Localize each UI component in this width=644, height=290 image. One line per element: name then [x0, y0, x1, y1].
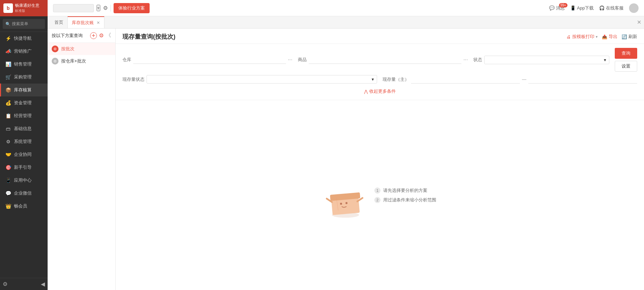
- left-panel: 按以下方案查询 + ⚙ 《 ⚙ 按批次 ⚙ 按仓库+批次: [48, 29, 116, 290]
- goods-filter-group: 商品 ···: [298, 56, 468, 64]
- warehouse-more-icon[interactable]: ···: [288, 57, 292, 63]
- hint-num-1: 1: [374, 187, 380, 194]
- scheme-item-batch[interactable]: ⚙ 按批次: [48, 43, 115, 55]
- basic-icon: 🗃: [5, 126, 11, 132]
- empty-hint-2: 2 用过滤条件来缩小分析范围: [374, 197, 436, 203]
- members-icon: 👑: [5, 203, 11, 209]
- members-label: 畅会员: [14, 203, 27, 209]
- apps-label: 应用中心: [14, 177, 32, 183]
- sidebar-item-inventory[interactable]: 📦 库存核算: [0, 84, 48, 96]
- tab-home[interactable]: 首页: [50, 16, 68, 28]
- scheme-batch-label: 按批次: [61, 46, 74, 52]
- wechat-icon: 💬: [5, 190, 11, 196]
- main-area: ▾ ⚙ 体验行业方案 💬 消息 99+ 📱 App下载 🎧 在线客服: [48, 0, 644, 290]
- app-name: 畅康通好生意: [15, 3, 39, 8]
- export-button[interactable]: 📤 导出: [602, 34, 617, 40]
- search-menu-button[interactable]: 🔍 搜索菜单: [3, 19, 45, 29]
- sidebar-item-basic[interactable]: 🗃 基础信息: [0, 122, 48, 135]
- sidebar-item-wechat[interactable]: 💬 企业微信: [0, 187, 48, 200]
- topbar-settings-button[interactable]: ⚙: [103, 5, 108, 11]
- sidebar-collapse-button[interactable]: ◀: [41, 281, 45, 287]
- print-button[interactable]: 🖨 按模板打印 ▾: [566, 34, 598, 40]
- collapse-row: ⋀ 收起更多条件: [122, 87, 637, 96]
- apps-icon: 📱: [5, 177, 11, 183]
- topbar-divider: [111, 5, 111, 12]
- close-all-tabs-button[interactable]: ✕: [637, 19, 641, 25]
- sidebar-item-enterprise[interactable]: 🤝 企业协同: [0, 148, 48, 161]
- sidebar-item-apps[interactable]: 📱 应用中心: [0, 174, 48, 187]
- page-title: 现存量查询(按批次): [122, 33, 175, 41]
- scheme-settings-button[interactable]: ⚙: [99, 32, 104, 39]
- topbar-left: ▾ ⚙ 体验行业方案: [53, 3, 546, 13]
- app-download-label: App下载: [577, 5, 594, 11]
- refresh-button[interactable]: 🔄 刷新: [622, 34, 637, 40]
- goods-more-icon[interactable]: ···: [463, 57, 468, 63]
- query-button[interactable]: 查询: [615, 48, 637, 59]
- app-logo: b: [3, 3, 13, 13]
- inventory-amount-to[interactable]: [528, 75, 637, 84]
- topbar-right: 💬 消息 99+ 📱 App下载 🎧 在线客服: [549, 3, 639, 13]
- trial-button[interactable]: 体验行业方案: [114, 3, 150, 13]
- sidebar-item-purchase[interactable]: 🛒 采购管理: [0, 71, 48, 84]
- page-actions: 🖨 按模板打印 ▾ 📤 导出 🔄 刷新: [566, 34, 637, 40]
- guide-label: 新手引导: [14, 164, 32, 170]
- sidebar-item-quick-nav[interactable]: ⚡ 快捷导航: [0, 32, 48, 45]
- app-download-button[interactable]: 📱 App下载: [570, 5, 594, 11]
- sidebar-settings-button[interactable]: ⚙: [3, 281, 7, 287]
- operations-label: 经营管理: [14, 113, 32, 119]
- right-panel: 现存量查询(按批次) 🖨 按模板打印 ▾ 📤 导出 🔄 刷新: [116, 29, 644, 290]
- sidebar-item-sales[interactable]: 📊 销售管理: [0, 58, 48, 71]
- tab-batch-account[interactable]: 库存批次账 ✕: [68, 16, 104, 28]
- svg-point-3: [340, 203, 342, 205]
- export-label: 导出: [609, 34, 617, 40]
- status-chevron-icon: ▾: [604, 57, 606, 62]
- sidebar-item-marketing[interactable]: 📣 营销推广: [0, 45, 48, 58]
- filter-row-2: 现存量状态 ▾ 现存量（主） —: [122, 75, 637, 84]
- sidebar-search-area[interactable]: 🔍 搜索菜单: [0, 16, 48, 32]
- inventory-amount-from[interactable]: [411, 75, 520, 84]
- messages-button[interactable]: 💬 消息 99+: [549, 5, 565, 11]
- finance-icon: 💰: [5, 100, 11, 106]
- sidebar-item-system[interactable]: ⚙ 系统管理: [0, 135, 48, 148]
- settings-footer-icon: ⚙: [3, 281, 7, 287]
- page-header: 现存量查询(按批次) 🖨 按模板打印 ▾ 📤 导出 🔄 刷新: [116, 29, 644, 44]
- sidebar-item-members[interactable]: 👑 畅会员: [0, 200, 48, 213]
- topbar-chevron-button[interactable]: ▾: [97, 5, 100, 11]
- message-icon: 💬: [549, 5, 555, 11]
- goods-input[interactable]: [309, 56, 461, 64]
- basic-label: 基础信息: [14, 126, 32, 132]
- scheme-warehouse-label: 按仓库+批次: [61, 58, 86, 64]
- left-panel-header: 按以下方案查询 + ⚙ 《: [48, 29, 115, 43]
- tab-home-label: 首页: [54, 19, 63, 25]
- sidebar-item-guide[interactable]: 🎯 新手引导: [0, 161, 48, 174]
- add-scheme-button[interactable]: +: [90, 32, 97, 39]
- warehouse-input[interactable]: [133, 56, 286, 64]
- breadcrumb-input[interactable]: [53, 4, 94, 12]
- filter-row-1: 仓库 ··· 商品 ··· 状态 ▾: [122, 48, 637, 72]
- tab-close-icon[interactable]: ✕: [97, 20, 100, 25]
- inventory-status-select[interactable]: ▾: [147, 75, 377, 84]
- filter-settings-button[interactable]: 设置: [615, 61, 637, 72]
- content-area: 按以下方案查询 + ⚙ 《 ⚙ 按批次 ⚙ 按仓库+批次 现存量查询(按批次): [48, 29, 644, 290]
- status-select[interactable]: ▾: [484, 56, 609, 64]
- headset-icon: 🎧: [599, 5, 605, 11]
- scheme-item-warehouse-batch[interactable]: ⚙ 按仓库+批次: [48, 55, 115, 67]
- sidebar-item-finance[interactable]: 💰 资金管理: [0, 96, 48, 109]
- sidebar-footer: ⚙ ◀: [0, 278, 48, 290]
- inventory-icon: 📦: [5, 87, 11, 93]
- sidebar-header: b 畅康通好生意 标准版: [0, 0, 48, 16]
- collapse-label: 收起更多条件: [369, 88, 396, 94]
- user-avatar-button[interactable]: [629, 3, 639, 13]
- sales-label: 销售管理: [14, 61, 32, 67]
- online-service-button[interactable]: 🎧 在线客服: [599, 5, 624, 11]
- sidebar-nav: ⚡ 快捷导航 📣 营销推广 📊 销售管理 🛒 采购管理 📦 库存核算 💰 资金管…: [0, 32, 48, 278]
- quick-nav-icon: ⚡: [5, 35, 11, 41]
- collapse-conditions-button[interactable]: ⋀ 收起更多条件: [364, 88, 396, 94]
- print-icon: 🖨: [566, 34, 571, 39]
- system-icon: ⚙: [5, 139, 11, 145]
- print-label: 按模板打印: [572, 34, 594, 40]
- left-panel-collapse-button[interactable]: 《: [106, 32, 111, 39]
- system-label: 系统管理: [14, 139, 32, 145]
- hint-text-2: 用过滤条件来缩小分析范围: [383, 197, 436, 203]
- sidebar-item-operations[interactable]: 📋 经营管理: [0, 109, 48, 122]
